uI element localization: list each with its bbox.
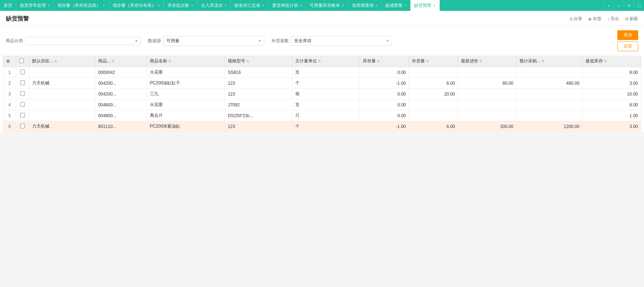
tab-close-1[interactable]: × (48, 3, 50, 8)
supplier-sort-icon: ⇅ (54, 59, 57, 63)
page-content: 缺货预警 ⎘ 分享 ⊕ 补货 ↓ 导出 ↺ 刷新 商品分类 (0, 11, 644, 132)
row-checkbox-2[interactable] (16, 78, 29, 89)
th-estimatedpurchase[interactable]: 预计采购... ⇅ (517, 56, 583, 67)
row-estimatedpurchase-3 (517, 89, 583, 100)
table-body: 1 0000042 火花塞 SS816 支 0.00 8.00 2 力天机械 0… (3, 67, 641, 132)
th-unit[interactable]: 主计量单位 ⇅ (292, 56, 360, 67)
tab-9[interactable]: 保质期查询 × (348, 0, 382, 11)
row-unit-3: 箱 (292, 89, 360, 100)
th-restock[interactable]: 补货量 ⇅ (409, 56, 458, 67)
tab-4[interactable]: 库存批次账 × (164, 0, 197, 11)
tab-close-5[interactable]: × (225, 3, 227, 8)
tab-maximize[interactable]: □ (634, 0, 644, 11)
row-unit-1: 支 (292, 67, 360, 78)
spec-sort-icon: ⇅ (246, 59, 249, 63)
tab-7[interactable]: 要货单统计表 × (269, 0, 306, 11)
th-productname[interactable]: 商品名称 ⇅ (147, 56, 225, 67)
tab-close-11[interactable]: × (433, 3, 435, 8)
category-select[interactable]: ▾ (25, 37, 141, 45)
tab-close-4[interactable]: × (191, 3, 193, 8)
tab-close-window[interactable]: × (624, 0, 634, 11)
th-stock[interactable]: 库存量 ⇅ (360, 56, 409, 67)
row-productcode-4: 004600... (95, 100, 147, 110)
tab-8[interactable]: 可用量库存账本 × (306, 0, 348, 11)
tab-close-2[interactable]: × (103, 3, 105, 8)
tab-close-3[interactable]: × (158, 3, 160, 8)
th-minstock[interactable]: 最低库存 ⇅ (583, 56, 641, 67)
row-spec-5: DS250*23c... (225, 110, 292, 121)
tab-scroll-left[interactable]: ‹ (604, 0, 614, 11)
datasource-filter-group: 数据源 可用量 ▾ (148, 36, 264, 46)
tab-close-7[interactable]: × (300, 3, 302, 8)
datasource-label: 数据源 (148, 38, 161, 44)
tab-2[interactable]: 现存量（库存状况表） × (54, 0, 109, 11)
row-supplier-5 (29, 110, 95, 121)
row-checkbox-5[interactable] (16, 110, 29, 121)
row-productcode-6: 801110... (95, 121, 147, 132)
row-estimatedpurchase-5 (517, 110, 583, 121)
row-spec-4: J7092 (225, 100, 292, 110)
tab-close-8[interactable]: × (342, 3, 344, 8)
row-supplier-6: 力天机械 (29, 121, 95, 132)
row-num-1: 1 (3, 67, 16, 78)
restockbase-select[interactable]: 安全库存 ▾ (291, 36, 392, 46)
th-productcode[interactable]: 商品... ⇅ (95, 56, 147, 67)
page-title: 缺货预警 (6, 15, 29, 23)
row-productcode-3: 004200... (95, 89, 147, 100)
datasource-select[interactable]: 可用量 ▾ (163, 36, 264, 46)
settings-button[interactable]: 设置 (617, 41, 638, 51)
tab-5[interactable]: 出入库流水 × (197, 0, 231, 11)
row-stock-1: 0.00 (360, 67, 409, 78)
row-checkbox-1[interactable] (16, 67, 29, 78)
row-checkbox-3[interactable] (16, 89, 29, 100)
th-gear[interactable]: ⚙ (3, 56, 16, 67)
page-header: 缺货预警 ⎘ 分享 ⊕ 补货 ↓ 导出 ↺ 刷新 (0, 11, 644, 26)
datasource-select-value: 可用量 (166, 38, 179, 44)
settings-icon: ⚙ (6, 59, 10, 64)
query-button[interactable]: 查询 (617, 30, 638, 40)
select-all-checkbox[interactable] (19, 58, 24, 63)
th-latestprice[interactable]: 最新进价 ⇅ (458, 56, 517, 67)
refresh-icon: ↺ (625, 17, 628, 22)
tab-10[interactable]: 超储预警 × (382, 0, 410, 11)
tab-home[interactable]: 首页 (0, 0, 16, 11)
tab-1[interactable]: 拣货异常处理 × (16, 0, 54, 11)
row-unit-2: 个 (292, 78, 360, 89)
th-supplier[interactable]: 默认供应... ⇅ (29, 56, 95, 67)
row-checkbox-6[interactable] (16, 121, 29, 132)
tab-close-9[interactable]: × (375, 3, 378, 8)
row-estimatedpurchase-2: 480.00 (517, 78, 583, 89)
table-row: 3 004200... 三九 123 箱 0.00 20.00 10.00 (3, 89, 641, 100)
row-minstock-6: 3.00 (583, 121, 641, 132)
estimatedpurchase-sort-icon: ⇅ (541, 59, 544, 63)
row-stock-3: 0.00 (360, 89, 409, 100)
tab-close-6[interactable]: × (262, 3, 264, 8)
row-restock-5 (409, 110, 458, 121)
refresh-button[interactable]: ↺ 刷新 (625, 16, 638, 22)
row-latestprice-2: 80.00 (458, 78, 517, 89)
restock-button[interactable]: ⊕ 补货 (588, 16, 601, 22)
share-button[interactable]: ⎘ 分享 (570, 16, 582, 22)
tab-3[interactable]: 现存量（库存分布表） × (109, 0, 164, 11)
tab-close-10[interactable]: × (404, 3, 406, 8)
latestprice-sort-icon: ⇅ (479, 59, 482, 63)
category-label: 商品分类 (6, 38, 23, 44)
row-spec-6: 123 (225, 121, 292, 132)
share-icon: ⎘ (570, 17, 573, 22)
data-table: ⚙ 默认供应... ⇅ 商品... ⇅ (3, 56, 641, 132)
th-spec[interactable]: 规格型号 ⇅ (225, 56, 292, 67)
row-supplier-2: 力天机械 (29, 78, 95, 89)
tab-scroll-right[interactable]: › (614, 0, 624, 11)
row-checkbox-4[interactable] (16, 100, 29, 110)
row-restock-6: 6.00 (409, 121, 458, 132)
restockbase-filter-group: 补货基数 安全库存 ▾ (271, 36, 392, 46)
export-button[interactable]: ↓ 导出 (607, 16, 619, 22)
row-minstock-5: 1.00 (583, 110, 641, 121)
export-icon: ↓ (607, 17, 609, 22)
row-estimatedpurchase-4 (517, 100, 583, 110)
tab-11[interactable]: 缺货预警 × (410, 0, 439, 11)
table-row: 1 0000042 火花塞 SS816 支 0.00 8.00 (3, 67, 641, 78)
tab-6[interactable]: 收发存汇总表 × (231, 0, 268, 11)
row-stock-5: 0.00 (360, 110, 409, 121)
row-supplier-1 (29, 67, 95, 78)
